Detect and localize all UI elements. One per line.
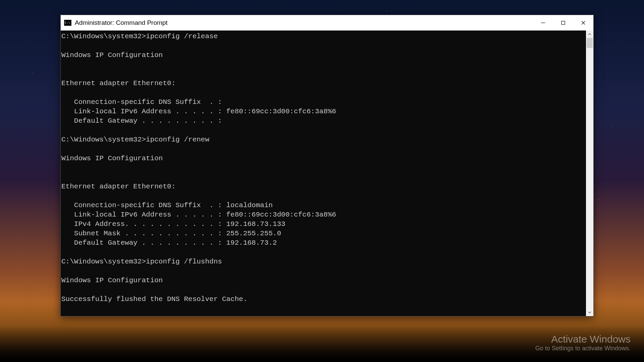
- cmd-icon: C:\: [64, 20, 71, 26]
- maximize-button[interactable]: [553, 15, 573, 31]
- command-flushdns: ipconfig /flushdns: [146, 258, 222, 265]
- output-line: Windows IP Configuration: [61, 277, 163, 284]
- chevron-up-icon: [588, 33, 591, 36]
- output-line: Subnet Mask . . . . . . . . . . . : 255.…: [61, 230, 281, 237]
- output-line: IPv4 Address. . . . . . . . . . . : 192.…: [61, 220, 285, 228]
- activation-watermark: Activate Windows Go to Settings to activ…: [535, 334, 631, 352]
- console-area: C:\Windows\system32>ipconfig /release Wi…: [61, 31, 593, 316]
- output-line: Successfully flushed the DNS Resolver Ca…: [61, 295, 248, 303]
- output-line: Connection-specific DNS Suffix . :: [61, 98, 222, 106]
- titlebar[interactable]: C:\ Administrator: Command Prompt: [61, 15, 593, 31]
- output-line: Default Gateway . . . . . . . . . :: [61, 117, 222, 125]
- maximize-icon: [561, 20, 566, 25]
- chevron-down-icon: [588, 311, 591, 314]
- scroll-thumb[interactable]: [587, 38, 593, 48]
- scroll-down-button[interactable]: [586, 309, 593, 316]
- output-line: Ethernet adapter Ethernet0:: [61, 183, 175, 190]
- console-output[interactable]: C:\Windows\system32>ipconfig /release Wi…: [61, 31, 586, 316]
- output-line: Ethernet adapter Ethernet0:: [61, 79, 175, 87]
- vertical-scrollbar[interactable]: [586, 31, 593, 316]
- prompt: C:\Windows\system32>: [61, 33, 146, 40]
- close-button[interactable]: [573, 15, 593, 31]
- output-line: Link-local IPv6 Address . . . . . : fe80…: [61, 211, 336, 219]
- prompt: C:\Windows\system32>: [61, 258, 146, 265]
- output-line: Connection-specific DNS Suffix . : local…: [61, 201, 273, 209]
- window-controls: [533, 15, 593, 31]
- minimize-icon: [541, 20, 545, 25]
- close-icon: [581, 20, 586, 25]
- prompt: C:\Windows\system32>: [61, 136, 146, 143]
- output-line: Windows IP Configuration: [61, 51, 163, 59]
- scroll-track[interactable]: [586, 38, 593, 309]
- watermark-title: Activate Windows: [535, 334, 631, 345]
- minimize-button[interactable]: [533, 15, 553, 31]
- output-line: Default Gateway . . . . . . . . . : 192.…: [61, 239, 277, 247]
- watermark-subtitle: Go to Settings to activate Windows.: [535, 345, 631, 352]
- output-line: Link-local IPv6 Address . . . . . : fe80…: [61, 108, 336, 115]
- scroll-up-button[interactable]: [586, 31, 593, 38]
- window-title: Administrator: Command Prompt: [75, 19, 168, 26]
- svg-rect-1: [561, 21, 565, 24]
- command-renew: ipconfig /renew: [146, 136, 209, 143]
- output-line: Windows IP Configuration: [61, 155, 163, 162]
- command-prompt-window: C:\ Administrator: Command Prompt C:\Win…: [60, 15, 594, 316]
- command-release: ipconfig /release: [146, 33, 218, 40]
